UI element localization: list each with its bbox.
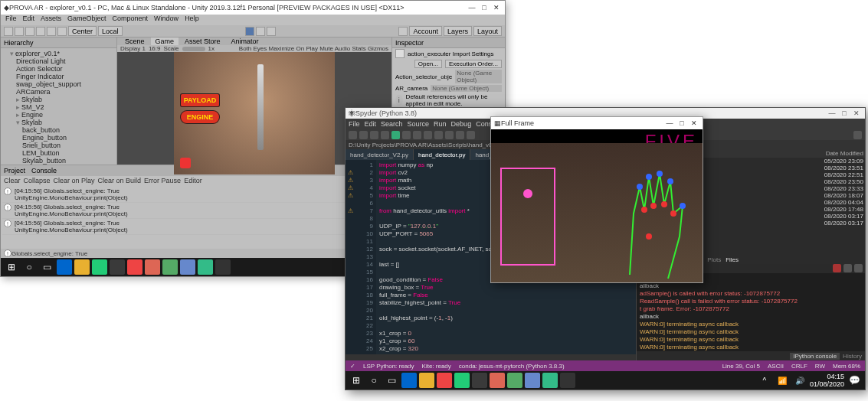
- scale-tool-icon[interactable]: [36, 27, 45, 36]
- tray-arrow-icon[interactable]: ^: [757, 373, 772, 388]
- save-all-icon[interactable]: [381, 131, 389, 139]
- account-dropdown[interactable]: Account: [409, 26, 442, 36]
- console-opts-icon[interactable]: [843, 264, 852, 272]
- minimize-button[interactable]: —: [664, 118, 675, 129]
- ipython-console[interactable]: allbackallbackadSample() is called with …: [637, 273, 865, 351]
- tab-assetstore[interactable]: Asset Store: [180, 37, 225, 45]
- spyder-icon[interactable]: [437, 373, 452, 388]
- hierarchy-tab[interactable]: Hierarchy: [1, 37, 116, 48]
- new-file-icon[interactable]: [349, 131, 357, 139]
- display-dropdown[interactable]: Display 1: [120, 45, 146, 52]
- console-more-icon[interactable]: [854, 264, 863, 272]
- step-in-icon[interactable]: [445, 131, 454, 139]
- object-field[interactable]: None (Game Object): [455, 70, 502, 83]
- windows-taskbar[interactable]: ⊞ ○ ▭ ^ 📶 🔊 04:1501/08/2020 💬: [346, 371, 865, 390]
- rotate-tool-icon[interactable]: [25, 27, 34, 36]
- editor-tab[interactable]: hand_detector_V2.py: [346, 149, 414, 160]
- app-icon[interactable]: [507, 373, 522, 388]
- start-button[interactable]: ⊞: [4, 259, 19, 275]
- layout-dropdown[interactable]: Layout: [473, 26, 502, 36]
- cortana-icon[interactable]: ○: [366, 373, 382, 388]
- tab-history[interactable]: History: [843, 353, 862, 360]
- tab-scene[interactable]: Scene: [120, 37, 149, 45]
- console-clearonplay[interactable]: Clear on Play: [54, 177, 95, 184]
- taskview-icon[interactable]: ▭: [39, 259, 54, 275]
- menu-window[interactable]: Window: [154, 15, 179, 25]
- exec-order-button[interactable]: Execution Order...: [445, 60, 502, 68]
- stop-icon[interactable]: [467, 131, 475, 139]
- menu-file[interactable]: File: [5, 15, 17, 25]
- tab-animator[interactable]: Animator: [227, 37, 264, 45]
- close-button[interactable]: ✕: [491, 2, 502, 13]
- maximize-button[interactable]: □: [676, 118, 687, 129]
- hierarchy-item[interactable]: Skylab: [21, 119, 42, 126]
- maximize-button[interactable]: □: [839, 108, 850, 119]
- hierarchy-item[interactable]: Directional Light: [2, 57, 115, 65]
- run-icon[interactable]: [391, 131, 400, 139]
- app-icon[interactable]: [215, 259, 231, 275]
- open-file-icon[interactable]: [359, 131, 368, 139]
- save-icon[interactable]: [370, 131, 378, 139]
- menu-gameobject[interactable]: GameObject: [67, 15, 106, 25]
- menu-help[interactable]: Help: [185, 15, 199, 25]
- hand-tool-icon[interactable]: [4, 27, 13, 36]
- cortana-icon[interactable]: ○: [21, 259, 37, 275]
- pause-button[interactable]: [256, 27, 265, 36]
- fullframe-titlebar[interactable]: ▦ Full Frame — □ ✕: [491, 117, 703, 129]
- unity-icon[interactable]: [110, 259, 125, 275]
- hierarchy-tree[interactable]: ▾explorer_v0.1* Directional Light Action…: [1, 48, 116, 165]
- start-button[interactable]: ⊞: [349, 373, 364, 388]
- spotify-icon[interactable]: [92, 259, 107, 275]
- hierarchy-item[interactable]: back_button: [2, 126, 115, 134]
- pythonpath-icon[interactable]: [853, 131, 862, 139]
- hierarchy-item[interactable]: swap_object_support: [2, 80, 115, 88]
- hierarchy-item[interactable]: ARCamera: [2, 88, 115, 96]
- menu-assets[interactable]: Assets: [41, 15, 61, 25]
- debug-icon[interactable]: [424, 131, 432, 139]
- explorer-icon[interactable]: [419, 373, 434, 388]
- horizontal-scrollbar[interactable]: [346, 354, 636, 360]
- firefox-icon[interactable]: [145, 259, 160, 275]
- spotify-icon[interactable]: [454, 373, 470, 388]
- scene-root[interactable]: explorer_v0.1*: [15, 50, 60, 57]
- tab-game[interactable]: Game: [151, 37, 179, 45]
- explorer-icon[interactable]: [74, 259, 90, 275]
- opera-icon[interactable]: [542, 373, 558, 388]
- hierarchy-item[interactable]: Skylab_button: [2, 157, 115, 165]
- editor-tab-active[interactable]: hand_detector.py: [414, 149, 470, 160]
- inspector-tab[interactable]: Inspector: [392, 37, 505, 48]
- console-clearonbuild[interactable]: Clear on Build: [98, 177, 142, 184]
- transform-tool-icon[interactable]: [57, 27, 67, 36]
- hierarchy-item[interactable]: Skylab: [21, 96, 42, 103]
- rect-tool-icon[interactable]: [47, 27, 56, 36]
- console-editor[interactable]: Editor: [184, 177, 202, 184]
- status-conda[interactable]: conda: jesus-mt-pytorch (Python 3.8.3): [459, 363, 565, 370]
- edge-icon[interactable]: [57, 259, 72, 275]
- minimize-button[interactable]: —: [467, 2, 477, 13]
- taskview-icon[interactable]: ▭: [384, 373, 399, 388]
- hierarchy-item[interactable]: SM_V2: [21, 103, 44, 111]
- aspect-dropdown[interactable]: 16:9: [149, 45, 161, 52]
- menu-edit[interactable]: Edit: [365, 120, 377, 128]
- tab-project[interactable]: Project: [4, 167, 25, 174]
- step-button[interactable]: [267, 27, 276, 36]
- pep8-icon[interactable]: ✓: [350, 363, 355, 370]
- app-icon[interactable]: [560, 373, 575, 388]
- stop-kernel-icon[interactable]: [833, 264, 841, 272]
- step-icon[interactable]: [434, 131, 443, 139]
- app-icon[interactable]: [162, 259, 178, 275]
- vscode-icon[interactable]: [180, 259, 195, 275]
- status-enc[interactable]: ASCII: [768, 363, 784, 370]
- pivot-center-button[interactable]: Center: [68, 26, 97, 36]
- hierarchy-item[interactable]: Engine_button: [2, 134, 115, 142]
- menu-search[interactable]: Search: [381, 120, 403, 128]
- close-button[interactable]: ✕: [689, 118, 699, 129]
- open-button[interactable]: Open...: [414, 60, 442, 68]
- tab-ipython[interactable]: IPython console: [790, 353, 840, 360]
- hierarchy-item[interactable]: Engine: [21, 111, 43, 119]
- col-date[interactable]: Date Modified: [826, 150, 863, 157]
- tab-console[interactable]: Console: [31, 167, 57, 174]
- wifi-icon[interactable]: 📶: [775, 373, 790, 388]
- spyder-icon[interactable]: [127, 259, 142, 275]
- clock[interactable]: 04:1501/08/2020: [810, 373, 844, 388]
